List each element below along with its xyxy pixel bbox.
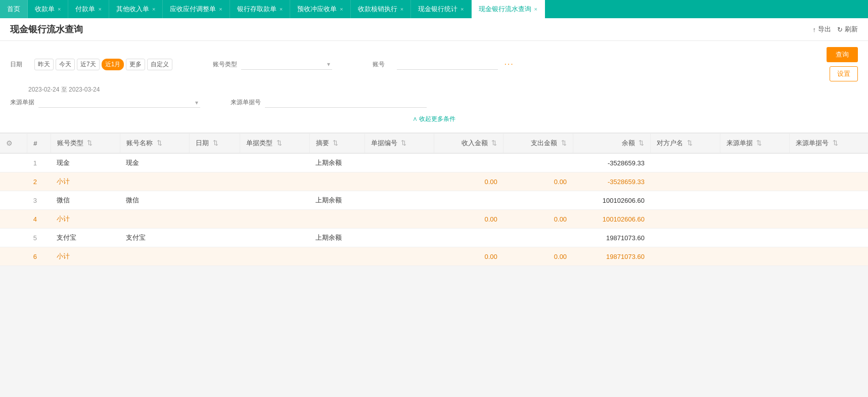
table-cell	[309, 247, 364, 266]
close-icon[interactable]: ×	[98, 6, 101, 12]
table-cell	[720, 172, 789, 191]
table-cell	[651, 229, 720, 247]
header-actions: ↑ 导出 ↻ 刷新	[813, 25, 858, 34]
nav-item-other-income[interactable]: 其他收入单 ×	[109, 0, 163, 18]
table-cell	[240, 210, 309, 229]
table-cell	[651, 172, 720, 191]
page-header: 现金银行流水查询 ↑ 导出 ↻ 刷新	[0, 18, 868, 41]
table-cell	[240, 172, 309, 191]
th-doc-type[interactable]: 单据类型 ⇅	[240, 134, 309, 154]
nav-item-cash-stats[interactable]: 现金银行统计 ×	[411, 0, 471, 18]
th-balance[interactable]: 余额 ⇅	[573, 134, 651, 154]
source-doc-no-input[interactable]	[265, 97, 427, 108]
table-cell	[434, 153, 503, 172]
date-btn-7days[interactable]: 近7天	[77, 59, 100, 70]
table-cell	[504, 153, 573, 172]
table-cell	[720, 210, 789, 229]
date-btn-today[interactable]: 今天	[56, 59, 75, 70]
table-cell	[190, 172, 240, 191]
page-title: 现金银行流水查询	[10, 23, 83, 35]
table-cell: 0.00	[504, 247, 573, 266]
th-account-type[interactable]: 账号类型 ⇅	[51, 134, 120, 154]
th-source-doc[interactable]: 来源单据 ⇅	[720, 134, 789, 154]
close-icon[interactable]: ×	[152, 6, 155, 12]
th-date[interactable]: 日期 ⇅	[190, 134, 240, 154]
close-icon[interactable]: ×	[400, 6, 403, 12]
table-cell: 0.00	[434, 210, 503, 229]
nav-item-payment[interactable]: 付款单 ×	[68, 0, 109, 18]
nav-item-adjustment[interactable]: 应收应付调整单 ×	[163, 0, 230, 18]
table-cell: 微信	[51, 191, 120, 210]
nav-item-home[interactable]: 首页	[0, 0, 28, 18]
top-nav: 首页 收款单 × 付款单 × 其他收入单 × 应收应付调整单 × 银行存取款单 …	[0, 0, 868, 18]
table-cell	[790, 210, 868, 229]
table-cell	[0, 172, 27, 191]
close-icon[interactable]: ×	[534, 6, 537, 12]
table-cell	[364, 172, 434, 191]
table-cell	[120, 247, 189, 266]
dots-button[interactable]: ···	[504, 60, 514, 69]
date-btn-yesterday[interactable]: 昨天	[34, 59, 54, 70]
source-doc-label: 来源单据	[10, 98, 34, 107]
nav-label: 收款单	[35, 5, 55, 14]
date-btn-1month[interactable]: 近1月	[102, 59, 124, 70]
close-icon[interactable]: ×	[58, 6, 61, 12]
date-range-text: 2023-02-24 至 2023-03-24	[28, 86, 100, 93]
th-doc-no[interactable]: 单据编号 ⇅	[364, 134, 434, 154]
table-cell	[120, 172, 189, 191]
th-summary[interactable]: 摘要 ⇅	[309, 134, 364, 154]
close-icon[interactable]: ×	[461, 6, 464, 12]
date-buttons: 昨天 今天 近7天 近1月 更多 自定义	[34, 59, 172, 70]
account-type-select-wrapper	[241, 59, 332, 70]
settings-button[interactable]: 设置	[830, 66, 858, 81]
th-expense[interactable]: 支出金额 ⇅	[504, 134, 573, 154]
table-container: ⚙ # 账号类型 ⇅ 账号名称 ⇅ 日期 ⇅ 单据类型 ⇅ 摘要 ⇅ 单据编号 …	[0, 133, 868, 266]
gear-icon[interactable]: ⚙	[6, 139, 13, 147]
th-account-name[interactable]: 账号名称 ⇅	[120, 134, 189, 154]
nav-item-prepaid[interactable]: 预收冲应收单 ×	[290, 0, 350, 18]
table-cell	[651, 210, 720, 229]
table-cell	[190, 153, 240, 172]
export-button[interactable]: ↑ 导出	[813, 25, 832, 34]
table-cell: 4	[27, 210, 51, 229]
nav-label: 预收冲应收单	[297, 5, 337, 14]
th-num: #	[27, 134, 51, 154]
close-icon[interactable]: ×	[280, 6, 283, 12]
collapse-bar[interactable]: ∧ 收起更多条件	[10, 112, 858, 126]
account-label: 账号	[373, 60, 393, 69]
nav-item-receipt[interactable]: 收款单 ×	[28, 0, 68, 18]
nav-item-collection[interactable]: 收款核销执行 ×	[351, 0, 411, 18]
nav-item-cash-flow[interactable]: 现金银行流水查询 ×	[472, 0, 545, 18]
account-input[interactable]	[397, 59, 498, 70]
table-cell	[651, 153, 720, 172]
nav-item-bank-deposit[interactable]: 银行存取款单 ×	[230, 0, 290, 18]
table-cell: 1	[27, 153, 51, 172]
close-icon[interactable]: ×	[340, 6, 343, 12]
source-doc-filter-group: 来源单据	[10, 97, 200, 108]
date-btn-more[interactable]: 更多	[126, 59, 145, 70]
th-source-doc-no[interactable]: 来源单据号 ⇅	[790, 134, 868, 154]
table-cell: 100102606.60	[573, 210, 651, 229]
table-cell: 微信	[120, 191, 189, 210]
table-cell	[120, 210, 189, 229]
table-cell: 2	[27, 172, 51, 191]
table-cell	[240, 247, 309, 266]
table-cell: 6	[27, 247, 51, 266]
table-row: 2小计0.000.00-3528659.33	[0, 172, 868, 191]
th-income[interactable]: 收入金额 ⇅	[434, 134, 503, 154]
source-doc-select[interactable]	[38, 97, 200, 108]
table-cell	[364, 210, 434, 229]
table-cell	[790, 153, 868, 172]
data-table: ⚙ # 账号类型 ⇅ 账号名称 ⇅ 日期 ⇅ 单据类型 ⇅ 摘要 ⇅ 单据编号 …	[0, 133, 868, 266]
refresh-button[interactable]: ↻ 刷新	[837, 25, 858, 34]
table-cell: 100102606.60	[573, 191, 651, 210]
source-doc-no-label: 来源单据号	[231, 98, 261, 107]
close-icon[interactable]: ×	[219, 6, 222, 12]
account-type-select[interactable]	[241, 59, 332, 70]
table-body: 1现金现金上期余额-3528659.332小计0.000.00-3528659.…	[0, 153, 868, 266]
query-button[interactable]: 查询	[827, 47, 858, 62]
date-btn-custom[interactable]: 自定义	[147, 59, 172, 70]
th-counterparty[interactable]: 对方户名 ⇅	[651, 134, 720, 154]
table-cell: 现金	[120, 153, 189, 172]
table-cell	[364, 153, 434, 172]
